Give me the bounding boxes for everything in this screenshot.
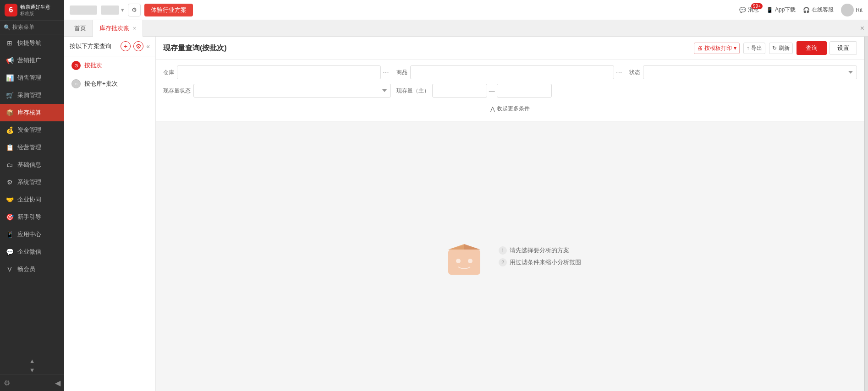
inventory-qty-label: 现存量（主） (396, 87, 429, 95)
query-button[interactable]: 查询 (797, 41, 827, 55)
sidebar-item-basics[interactable]: 🗂 基础信息 (0, 156, 64, 174)
svg-marker-5 (448, 245, 480, 250)
product-dots[interactable]: ··· (614, 68, 624, 76)
app-logo: 6 (5, 4, 17, 16)
warehouse-dots[interactable]: ··· (381, 68, 390, 76)
plan-item-by-batch[interactable]: ⊙ 按批次 (64, 56, 155, 75)
print-button[interactable]: 🖨 按模板打印 ▾ (694, 43, 740, 54)
purchase-icon: 🛒 (5, 91, 14, 99)
sidebar-collapse-icon[interactable]: ◀ (55, 379, 60, 387)
warehouse-input[interactable] (177, 65, 381, 79)
plan-icon-batch: ⊙ (71, 61, 81, 70)
finance-icon: 💰 (5, 126, 14, 134)
trial-button[interactable]: 体验行业方案 (144, 4, 193, 16)
sidebar-nav: ⊞ 快捷导航 📢 营销推广 📊 销售管理 🛒 采购管理 📦 库存核算 💰 资金管… (0, 34, 64, 356)
sidebar-scroll-up[interactable]: ▲ (0, 356, 64, 365)
status-label: 状态 (629, 69, 640, 76)
product-label: 商品 (396, 69, 407, 76)
sidebar-item-label: 销售管理 (17, 74, 41, 82)
collapse-more-button[interactable]: ⋀ 收起更多条件 (163, 102, 857, 115)
inventory-qty-min-input[interactable] (432, 84, 487, 98)
export-label: 导出 (751, 44, 762, 52)
sidebar-item-label: 应用中心 (17, 230, 41, 239)
sidebar-item-sales[interactable]: 📊 销售管理 (0, 69, 64, 87)
sidebar-scroll-down[interactable]: ▼ (0, 365, 64, 375)
refresh-icon: ↻ (772, 45, 777, 51)
left-filter-panel: 按以下方案查询 + ⚙ « ⊙ 按批次 ○ (64, 37, 156, 391)
filter-settings-button[interactable]: 设置 (830, 41, 857, 55)
sidebar-item-label: 资金管理 (17, 126, 41, 134)
user-profile-button[interactable]: Rit (841, 4, 863, 16)
sidebar-item-operations[interactable]: 📋 经营管理 (0, 139, 64, 156)
right-scrollbar[interactable] (864, 37, 868, 391)
gear-icon: ⚙ (132, 6, 137, 13)
tab-home-label: 首页 (74, 24, 86, 33)
inventory-status-select[interactable] (193, 84, 391, 98)
operations-icon: 📋 (5, 143, 14, 152)
sidebar-item-app-center[interactable]: 📱 应用中心 (0, 226, 64, 243)
left-panel-header: 按以下方案查询 + ⚙ « (64, 37, 155, 56)
download-icon: 📱 (766, 7, 773, 13)
sidebar-item-purchase[interactable]: 🛒 采购管理 (0, 87, 64, 104)
topbar-right: 💬 消息 99+ 📱 App下载 🎧 在线客服 Rit (739, 4, 863, 16)
refresh-button[interactable]: ↻ 刷新 (769, 43, 793, 54)
app-download-button[interactable]: 📱 App下载 (766, 6, 796, 14)
inventory-icon: 📦 (5, 109, 14, 117)
sidebar-item-marketing[interactable]: 📢 营销推广 (0, 52, 64, 69)
warehouse-label: 仓库 (163, 69, 174, 76)
topbar-settings-button[interactable]: ⚙ (128, 4, 141, 16)
service-icon: 🎧 (803, 7, 810, 13)
sidebar-settings-icon[interactable]: ⚙ (4, 379, 10, 387)
add-plan-button[interactable]: + (121, 41, 131, 51)
messages-badge: 99+ (751, 3, 763, 9)
inventory-qty-filter: 现存量（主） — (396, 84, 624, 98)
tab-home[interactable]: 首页 (68, 20, 93, 37)
quick-nav-icon: ⊞ (5, 39, 14, 47)
inventory-qty-max-input[interactable] (497, 84, 552, 98)
plan-item-by-warehouse-batch[interactable]: ○ 按仓库+批次 (64, 75, 155, 93)
sidebar-search[interactable]: 🔍 搜索菜单 (0, 21, 64, 34)
app-edition: 标准版 (20, 11, 50, 16)
sidebar-item-label: 库存核算 (17, 109, 41, 117)
panel-collapse-button[interactable]: « (146, 43, 150, 50)
product-input[interactable] (410, 65, 614, 79)
tab-inventory-batch[interactable]: 库存批次账 × (93, 20, 143, 37)
sidebar-item-newbie[interactable]: 🎯 新手引导 (0, 208, 64, 226)
sidebar-item-vip[interactable]: V 畅会员 (0, 261, 64, 278)
filter-row-2: 现存量状态 现存量（主） — (163, 84, 857, 98)
sidebar-item-label: 系统管理 (17, 178, 41, 186)
sidebar-footer: ⚙ ◀ (0, 375, 64, 391)
plan-settings-button[interactable]: ⚙ (133, 41, 143, 51)
tab-inventory-batch-label: 库存批次账 (99, 24, 129, 33)
empty-box-svg (439, 231, 489, 282)
dash-separator: — (487, 87, 497, 94)
close-all-tabs-button[interactable]: × (860, 24, 864, 33)
topbar: ▾ ⚙ 体验行业方案 💬 消息 99+ 📱 App下载 🎧 在线客服 (64, 0, 868, 20)
plan-label-warehouse: 按仓库+批次 (84, 80, 118, 88)
sidebar-item-corp[interactable]: 🤝 企业协同 (0, 191, 64, 208)
plus-icon: + (124, 43, 127, 50)
plan-label-batch: 按批次 (84, 61, 102, 70)
export-button[interactable]: ↑ 导出 (743, 43, 765, 54)
sidebar-item-inventory[interactable]: 📦 库存核算 (0, 104, 64, 121)
empty-tip-1: 1 请先选择要分析的方案 (499, 246, 581, 255)
messages-button[interactable]: 💬 消息 99+ (739, 6, 759, 14)
panel-actions: + ⚙ « (121, 41, 150, 51)
gear-icon: ⚙ (136, 43, 142, 50)
status-select[interactable] (643, 65, 857, 79)
sales-icon: 📊 (5, 74, 14, 82)
panel-title: 按以下方案查询 (70, 42, 111, 50)
sidebar-search-label: 搜索菜单 (12, 23, 34, 31)
tab-close-button[interactable]: × (133, 25, 136, 32)
sidebar-item-corp-wechat[interactable]: 💬 企业微信 (0, 243, 64, 261)
app-download-label: App下载 (775, 6, 796, 14)
page-header: 现存量查询(按批次) 🖨 按模板打印 ▾ ↑ 导出 ↻ 刷新 (156, 37, 864, 60)
online-service-button[interactable]: 🎧 在线客服 (803, 6, 834, 14)
breadcrumb: ▾ (70, 5, 124, 15)
sidebar-item-finance[interactable]: 💰 资金管理 (0, 121, 64, 139)
sidebar-item-quick-nav[interactable]: ⊞ 快捷导航 (0, 34, 64, 52)
vip-icon: V (5, 265, 14, 273)
inventory-status-label: 现存量状态 (163, 87, 191, 95)
sidebar-item-label: 经营管理 (17, 143, 41, 152)
sidebar-item-system[interactable]: ⚙ 系统管理 (0, 174, 64, 191)
